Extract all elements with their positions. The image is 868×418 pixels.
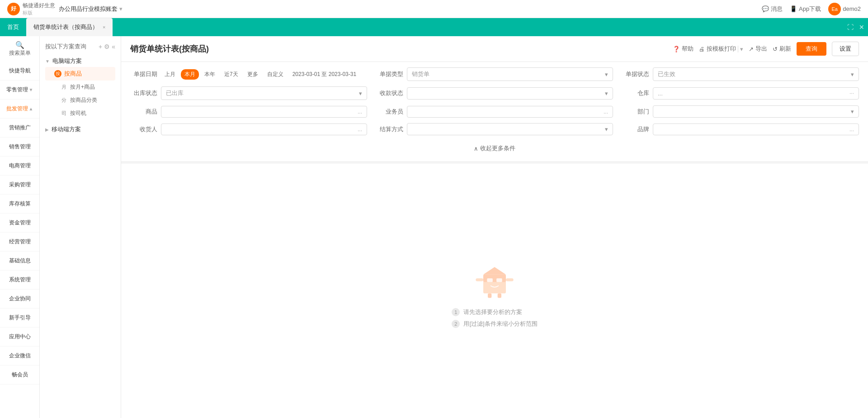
print-dropdown-icon[interactable]: ▾ <box>738 46 743 52</box>
brand-label: 品牌 <box>622 125 649 133</box>
empty-state: 1 请先选择要分析的方案 2 用[过滤]条件来缩小分析范围 <box>121 164 868 418</box>
type-control: 销货单 ▾ <box>407 67 613 81</box>
export-button[interactable]: ↗ 导出 <box>749 45 767 53</box>
industry-selector[interactable]: 办公用品行业模拟账套 ▾ <box>59 5 123 13</box>
date-tab-this-month[interactable]: 本月 <box>181 69 199 80</box>
query-button[interactable]: 查询 <box>797 42 826 56</box>
date-tab-this-year[interactable]: 本年 <box>201 69 219 80</box>
scheme-category-mobile: ▶ 移动端方案 <box>40 122 121 137</box>
empty-steps: 1 请先选择要分析的方案 2 用[过滤]条件来缩小分析范围 <box>452 308 537 328</box>
sidebar: 🔍 搜索菜单 快捷导航 零售管理 ▼ 批发管理 ▲ 营销推广 销售管理 电商管理… <box>0 36 40 418</box>
user-profile[interactable]: Ea demo2 <box>828 3 861 15</box>
content: 按以下方案查询 + ⚙ « ▼ 电脑端方案 按 按商品 <box>40 36 868 418</box>
scheme-category-header-mobile[interactable]: ▶ 移动端方案 <box>45 124 115 135</box>
sidebar-item-sales[interactable]: 销售管理 <box>0 138 39 157</box>
staff-dots-icon[interactable]: ... <box>604 109 608 115</box>
scheme-sub-item-driver[interactable]: 司 按司机 <box>45 107 115 120</box>
sidebar-item-wholesale[interactable]: 批发管理 ▲ <box>0 100 39 119</box>
right-panel: 销货单统计表(按商品) ❓ 帮助 🖨 按模板打印 ▾ <box>121 36 868 418</box>
sidebar-item-retail[interactable]: 零售管理 ▼ <box>0 81 39 100</box>
goods-label: 商品 <box>130 108 157 116</box>
dept-label: 部门 <box>622 108 649 116</box>
sidebar-item-system[interactable]: 系统管理 <box>0 271 39 290</box>
tab-close-icon[interactable]: × <box>103 24 105 30</box>
sidebar-item-quick-nav[interactable]: 快捷导航 <box>0 62 39 81</box>
help-button[interactable]: ❓ 帮助 <box>673 45 693 53</box>
scheme-settings-button[interactable]: ⚙ <box>104 43 110 50</box>
filter-item-staff: 业务员 ... <box>376 106 613 118</box>
logo-icon: 好 <box>7 3 20 15</box>
filter-item-status: 单据状态 已生效 ▾ <box>622 67 859 81</box>
sidebar-item-purchase[interactable]: 采购管理 <box>0 176 39 195</box>
sidebar-item-basic-info[interactable]: 基础信息 <box>0 252 39 271</box>
warehouse-input[interactable]: 已出库 ▾ <box>161 86 367 100</box>
receiver-dots-icon[interactable]: ... <box>358 126 362 133</box>
date-tab-7days[interactable]: 近7天 <box>221 69 242 80</box>
scheme-add-button[interactable]: + <box>99 43 102 50</box>
storage-input[interactable]: ... ··· <box>653 87 859 100</box>
tab-active[interactable]: 销货单统计表（按商品） × <box>26 18 113 36</box>
sidebar-item-tutorial[interactable]: 新手引导 <box>0 309 39 328</box>
tab-home[interactable]: 首页 <box>0 18 26 36</box>
date-control: 上月 本月 本年 近7天 更多 自定义 2023-03-01 至 2023-03… <box>161 69 367 80</box>
app-download-button[interactable]: 📱 App下载 <box>790 5 821 13</box>
receipt-dropdown-icon: ▾ <box>605 90 608 97</box>
empty-illustration <box>472 254 517 299</box>
sidebar-item-wechat[interactable]: 企业微信 <box>0 347 39 366</box>
scheme-collapse-button[interactable]: « <box>112 43 115 50</box>
print-button[interactable]: 🖨 按模板打印 ▾ <box>699 45 743 53</box>
filter-item-receiver: 收货人 ... <box>130 124 367 135</box>
filter-item-type: 单据类型 销货单 ▾ <box>376 67 613 81</box>
settings-button[interactable]: 设置 <box>832 42 859 56</box>
storage-dots-icon[interactable]: ··· <box>849 90 854 96</box>
message-icon: 💬 <box>762 5 769 12</box>
scheme-sub-item-month-goods[interactable]: 月 按月+商品 <box>45 81 115 94</box>
filter-item-dept: 部门 ▾ <box>622 105 859 118</box>
maximize-icon[interactable]: ⛶ ✕ <box>847 24 864 31</box>
scheme-sub-item-category[interactable]: 分 按商品分类 <box>45 94 115 107</box>
avatar: Ea <box>828 3 841 15</box>
receipt-input[interactable]: ▾ <box>407 87 613 100</box>
receiver-input[interactable]: ... <box>161 124 367 135</box>
page-content: 按以下方案查询 + ⚙ « ▼ 电脑端方案 按 按商品 <box>40 36 868 418</box>
date-tab-last-month[interactable]: 上月 <box>161 69 179 80</box>
payment-label: 结算方式 <box>376 125 403 133</box>
scheme-item-by-goods[interactable]: 按 按商品 <box>45 67 115 81</box>
payment-control: ▾ <box>407 123 613 135</box>
filter-item-storage: 仓库 ... ··· <box>622 87 859 100</box>
sidebar-item-ecommerce[interactable]: 电商管理 <box>0 157 39 176</box>
brand-input[interactable]: ... <box>653 124 859 135</box>
page-header: 销货单统计表(按商品) ❓ 帮助 🖨 按模板打印 ▾ <box>121 36 868 62</box>
sidebar-item-inventory[interactable]: 库存核算 <box>0 195 39 214</box>
receiver-label: 收货人 <box>130 125 157 133</box>
staff-control: ... <box>407 106 613 118</box>
collapse-button[interactable]: ∧ 收起更多条件 <box>130 141 859 156</box>
type-dropdown-icon: ▾ <box>605 71 608 78</box>
status-control: 已生效 ▾ <box>653 67 859 81</box>
sidebar-item-app-center[interactable]: 应用中心 <box>0 328 39 347</box>
sidebar-item-marketing[interactable]: 营销推广 <box>0 119 39 138</box>
filter-row-1: 单据日期 上月 本月 本年 近7天 更多 自定义 20 <box>130 67 859 81</box>
type-input[interactable]: 销货单 ▾ <box>407 67 613 81</box>
scheme-category-header-desktop[interactable]: ▼ 电脑端方案 <box>45 55 115 67</box>
page-actions: ❓ 帮助 🖨 按模板打印 ▾ ↗ 导出 <box>673 42 859 56</box>
date-tab-custom[interactable]: 自定义 <box>264 69 287 80</box>
goods-input[interactable]: ... <box>161 106 367 118</box>
sidebar-item-cooperation[interactable]: 企业协同 <box>0 290 39 309</box>
storage-label: 仓库 <box>622 89 649 97</box>
refresh-button[interactable]: ↺ 刷新 <box>773 45 791 53</box>
date-tab-more[interactable]: 更多 <box>244 69 262 80</box>
sidebar-item-finance[interactable]: 资金管理 <box>0 214 39 233</box>
svg-marker-4 <box>483 267 506 275</box>
dept-input[interactable]: ▾ <box>653 105 859 118</box>
sidebar-item-operations[interactable]: 经营管理 <box>0 233 39 252</box>
warehouse-control: 已出库 ▾ <box>161 86 367 100</box>
staff-input[interactable]: ... <box>407 106 613 118</box>
payment-input[interactable]: ▾ <box>407 123 613 135</box>
goods-dots-icon[interactable]: ... <box>358 109 362 115</box>
message-button[interactable]: 💬 消息 <box>762 5 783 13</box>
sidebar-item-member[interactable]: 畅会员 <box>0 366 39 385</box>
brand-dots-icon[interactable]: ... <box>849 126 854 133</box>
status-input[interactable]: 已生效 ▾ <box>653 67 859 81</box>
search-menu[interactable]: 🔍 搜索菜单 <box>0 36 39 62</box>
